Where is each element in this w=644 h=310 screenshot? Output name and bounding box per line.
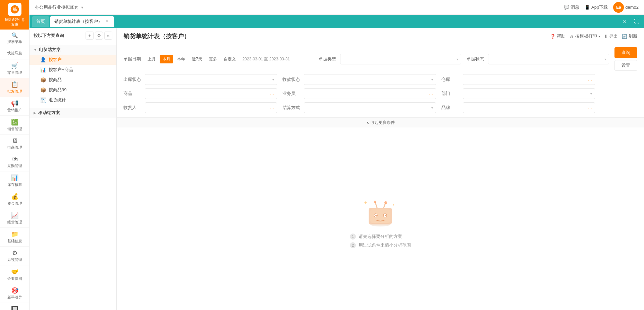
app-download-action[interactable]: 📱 App下载 [585,4,608,10]
scheme-group-pc-header[interactable]: ▼ 电脑端方案 [30,45,116,55]
salesperson-select[interactable]: … [304,88,436,99]
quick-nav-item[interactable]: 快捷导航 [0,47,29,59]
date-tab-custom[interactable]: 自定义 [221,55,238,63]
empty-illustration: ✦ ✦ [360,189,400,229]
date-tab-last-month[interactable]: 上月 [145,55,158,63]
print-action[interactable]: 🖨 按模板打印 ▾ [570,33,600,39]
sidebar-item-appcenter[interactable]: 🔲 应用中心 [0,303,29,310]
sales-label: 销售管理 [7,126,22,132]
operations-icon: 📈 [11,212,18,219]
scheme-add-button[interactable]: + [86,32,94,40]
user-action[interactable]: Ea demo2 [613,2,639,13]
export-action[interactable]: ⬇ 导出 [604,33,618,39]
filter-goods-item: 商品 … [123,88,277,99]
sidebar-item-operations[interactable]: 📈 经营管理 [0,209,29,228]
sidebar-item-finance[interactable]: 💰 资金管理 [0,190,29,209]
receiver-select[interactable]: … [145,102,277,113]
tip-text-2: 用过滤条件来缩小分析范围 [359,242,411,248]
message-action[interactable]: 💬 消息 [564,4,579,10]
message-icon: 💬 [564,5,569,10]
date-range-text: 2023-03-01 至 2023-03-31 [243,56,290,62]
svg-line-11 [384,203,385,208]
help-label: 帮助 [557,33,566,39]
sidebar-item-marketing[interactable]: 📢 营销推广 [0,97,29,116]
date-tab-more[interactable]: 更多 [206,55,220,63]
goods-more[interactable]: … [270,91,274,96]
scheme-panel-title: 按以下方案查询 [34,33,64,39]
scheme-collapse-button[interactable]: « [104,32,112,40]
scheme-group-mobile-header[interactable]: ▶ 移动端方案 [30,108,116,118]
bill-type-select[interactable]: ▾ [340,54,461,64]
payment-method-select[interactable]: ▾ [304,102,436,113]
sidebar-item-wholesale[interactable]: 📋 批发管理 [0,78,29,97]
warehouse-select[interactable]: … [463,74,595,85]
scheme-group-toggle-pc: ▼ [34,48,37,52]
sidebar-item-basic-info[interactable]: 📁 基础信息 [0,228,29,247]
sidebar-item-enterprise[interactable]: 🤝 企业协同 [0,265,29,284]
svg-point-10 [374,201,376,203]
empty-tip-1: 1 请先选择要分析的方案 [350,234,411,240]
payment-method-arrow-icon: ▾ [431,106,433,110]
sidebar-item-system[interactable]: ⚙ 系统管理 [0,247,29,265]
stock-status-select[interactable]: ▾ [145,74,277,85]
ecommerce-label: 电商管理 [7,145,22,150]
scheme-settings-button[interactable]: ⚙ [95,32,103,40]
tab-close-all-button[interactable]: ✕ [620,17,629,26]
warehouse-more[interactable]: … [588,77,592,82]
system-label: 系统管理 [7,257,22,262]
topbar: 办公用品行业模拟账套 ▾ 💬 消息 📱 App下载 Ea demo2 [30,0,644,15]
brand-more[interactable]: … [588,105,592,110]
search-menu-item[interactable]: 🔍 搜索菜单 [0,30,29,47]
bill-status-arrow-icon: ▾ [604,57,606,61]
enterprise-icon: 🤝 [11,268,18,275]
sidebar-item-inventory[interactable]: 📊 库存核算 [0,171,29,190]
scheme-item-customer-goods[interactable]: 📊 按客户+商品 [30,65,116,75]
main-content: 办公用品行业模拟账套 ▾ 💬 消息 📱 App下载 Ea demo2 首页 [30,0,644,310]
date-tab-7days[interactable]: 近7天 [189,55,205,63]
receipt-status-select[interactable]: ▾ [304,74,436,85]
goods-label: 商品 [123,91,142,97]
empty-tips: 1 请先选择要分析的方案 2 用过滤条件来缩小分析范围 [350,234,411,248]
sidebar-item-sales[interactable]: 💹 销售管理 [0,116,29,135]
date-tab-this-month[interactable]: 本月 [160,55,173,63]
settings-button[interactable]: 设置 [614,60,637,71]
collapse-bar[interactable]: ∧ 收起更多条件 [117,117,644,127]
scheme-item-by-goods99[interactable]: 📦 按商品99 [30,85,116,95]
receiver-more[interactable]: … [270,105,274,110]
scheme-item-return-stats[interactable]: 📉 退货统计 [30,95,116,105]
salesperson-more[interactable]: … [429,91,433,96]
help-action[interactable]: ❓ 帮助 [550,33,566,39]
sidebar-item-ecommerce[interactable]: 🖥 电商管理 [0,135,29,153]
scheme-item-by-customer[interactable]: 👤 按客户 [30,55,116,65]
filter-department-item: 部门 ▾ [441,88,595,99]
scheme-item-by-goods[interactable]: 📦 按商品 [30,75,116,85]
filter-brand-item: 品牌 … [441,102,595,113]
tab-close-button[interactable]: ✕ [104,19,110,24]
page-header-actions: ❓ 帮助 🖨 按模板打印 ▾ ⬇ 导出 🔄 刷新 [550,33,637,39]
sidebar-item-retail[interactable]: 🛒 零售管理 [0,59,29,78]
query-button[interactable]: 查询 [614,47,637,58]
filter-receipt-status-item: 收款状态 ▾ [282,74,436,85]
department-select[interactable]: ▾ [463,88,595,99]
sidebar-item-purchase[interactable]: 🛍 采购管理 [0,153,29,171]
scheme-item-customer-label: 按客户 [49,57,62,63]
refresh-action[interactable]: 🔄 刷新 [622,33,637,39]
bill-status-select[interactable]: ▾ [488,54,609,64]
filter-payment-method-item: 结算方式 ▾ [282,102,436,113]
tab-sales-stats[interactable]: 销货单统计表（按客户） ✕ [50,16,114,27]
department-arrow-icon: ▾ [590,92,592,96]
topbar-dropdown-icon[interactable]: ▾ [81,5,83,10]
goods-select[interactable]: … [145,88,277,99]
search-menu-label: 搜索菜单 [7,39,22,44]
export-icon: ⬇ [604,34,608,39]
date-tab-this-year[interactable]: 本年 [174,55,188,63]
logo-icon: 畅 [8,3,21,16]
tab-maximize-button[interactable]: ⛶ [632,17,641,26]
message-label: 消息 [571,4,579,10]
brand-select[interactable]: … [463,102,595,113]
filter-row-1: 单据日期 上月 本月 本年 近7天 更多 自定义 2023-03-01 至 20… [123,47,637,71]
app-download-icon: 📱 [585,5,590,10]
tip-text-1: 请先选择要分析的方案 [359,234,402,240]
tab-home[interactable]: 首页 [32,16,49,27]
sidebar-item-guide[interactable]: 🎯 新手引导 [0,284,29,303]
